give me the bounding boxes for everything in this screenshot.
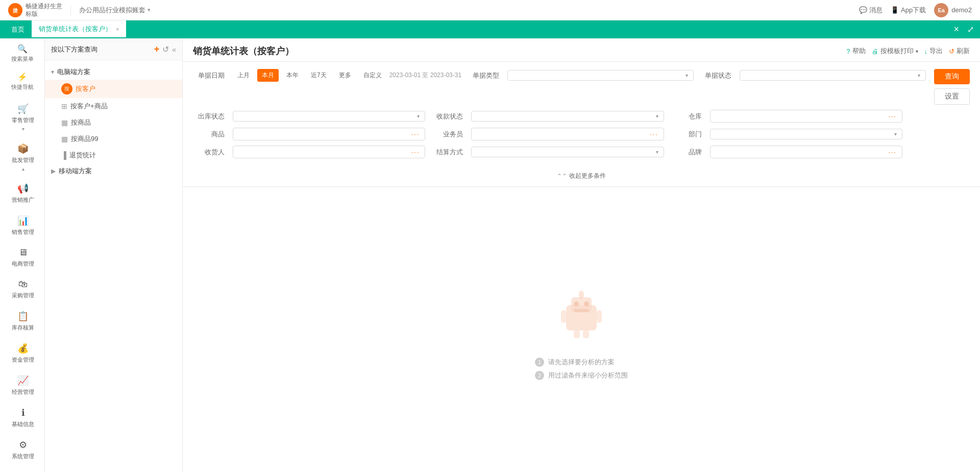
salesperson-dots[interactable]: ··· <box>650 130 658 138</box>
settlement-group: 结算方式 ▾ <box>431 147 664 157</box>
scheme-collapse-button[interactable]: « <box>172 45 176 54</box>
sidebar-item-business[interactable]: 📈 经营管理 <box>0 369 44 401</box>
svg-text:捷: 捷 <box>12 8 18 13</box>
settings-button[interactable]: 设置 <box>934 88 970 105</box>
this-year-btn[interactable]: 本年 <box>282 69 303 82</box>
empty-hint-2: 2 用过滤条件来缩小分析范围 <box>535 371 628 380</box>
sidebar-item-search-menu[interactable]: 🔍 搜索菜单 <box>0 39 44 67</box>
header-left: 捷 畅捷通好生意 标版 办公用品行业模拟账套 ▾ <box>8 3 151 17</box>
tab-close-icon[interactable]: × <box>116 26 119 32</box>
delivery-status-select[interactable]: ▾ <box>233 111 425 122</box>
export-button[interactable]: ↓ 导出 <box>924 46 943 56</box>
sidebar-item-inventory[interactable]: 📋 库存核算 <box>0 304 44 337</box>
svg-point-5 <box>584 301 589 306</box>
brand-dots[interactable]: ··· <box>888 148 897 156</box>
warehouse-select[interactable]: ··· <box>710 110 902 123</box>
scheme-item-by-product[interactable]: ▦ 按商品 <box>45 114 182 131</box>
receiver-group: 收货人 ··· <box>193 146 425 158</box>
empty-hint-1: 1 请先选择要分析的方案 <box>535 358 628 367</box>
doc-type-label: 单据类型 <box>468 71 503 80</box>
doc-status-dropdown-arrow: ▾ <box>918 73 920 78</box>
refresh-button[interactable]: ↺ 刷新 <box>949 46 970 56</box>
warehouse-label: 仓库 <box>670 112 706 121</box>
settlement-select[interactable]: ▾ <box>471 147 664 157</box>
report-title: 销货单统计表（按客户） <box>193 45 294 57</box>
sidebar-item-sales[interactable]: 📊 销售管理 <box>0 209 44 241</box>
finance-icon: 💰 <box>17 343 29 354</box>
scheme-item-return-stats[interactable]: ▐ 退货统计 <box>45 147 182 163</box>
doc-type-select[interactable]: ▾ <box>507 70 694 81</box>
sidebar-item-finance[interactable]: 💰 资金管理 <box>0 337 44 369</box>
this-month-btn[interactable]: 本月 <box>257 69 279 82</box>
print-button[interactable]: 🖨 按模板打印 ▾ <box>872 46 918 56</box>
content-area: 按以下方案查询 + ↺ « ▾ 电脑端方案 按 按客户 <box>45 39 980 472</box>
empty-illustration <box>551 279 612 351</box>
business-icon: 📈 <box>17 375 29 386</box>
report-header: 销货单统计表（按客户） ? 帮助 🖨 按模板打印 ▾ ↓ 导出 <box>183 39 980 62</box>
tab-close-window-icon[interactable]: × <box>951 22 961 37</box>
scheme-add-button[interactable]: + <box>154 44 160 55</box>
payment-status-select[interactable]: ▾ <box>471 111 664 122</box>
refresh-icon: ↺ <box>949 48 954 55</box>
warehouse-group: 仓库 ··· <box>670 110 902 123</box>
sidebar-item-wholesale[interactable]: 📦 批发管理 ▴ <box>0 137 44 177</box>
collapse-row: ⌃⌃ 收起更多条件 <box>183 166 980 187</box>
sidebar-item-quick-nav[interactable]: ⚡ 快捷导航 <box>0 67 44 95</box>
header-title[interactable]: 办公用品行业模拟账套 ▾ <box>79 6 151 15</box>
tab-sales-stats[interactable]: 销货单统计表（按客户） × <box>32 20 126 38</box>
salesperson-select[interactable]: ··· <box>471 128 664 140</box>
sidebar-item-basic-info[interactable]: ℹ 基础信息 <box>0 401 44 433</box>
scheme-group-desktop-header[interactable]: ▾ 电脑端方案 <box>45 64 182 80</box>
sidebar-item-ecommerce[interactable]: 🖥 电商管理 <box>0 241 44 273</box>
app-download-button[interactable]: 📱 App下载 <box>891 6 926 15</box>
sidebar-item-purchase[interactable]: 🛍 采购管理 <box>0 273 44 304</box>
empty-robot-icon <box>551 279 612 341</box>
payment-status-group: 收款状态 ▾ <box>431 111 664 122</box>
collapse-button[interactable]: ⌃⌃ 收起更多条件 <box>549 170 614 182</box>
messages-button[interactable]: 💬 消息 <box>859 6 883 15</box>
svg-rect-9 <box>574 331 580 338</box>
scheme-item-by-product-99[interactable]: ▦ 按商品99 <box>45 131 182 147</box>
sidebar-item-system[interactable]: ⚙ 系统管理 <box>0 433 44 465</box>
brand-select[interactable]: ··· <box>710 146 902 158</box>
custom-date-btn[interactable]: 自定义 <box>359 69 386 82</box>
scheme-group-desktop: ▾ 电脑端方案 按 按客户 ⊞ 按客户+商品 ▦ 按商品 <box>45 64 182 163</box>
scheme-panel-title: 按以下方案查询 <box>51 45 97 54</box>
warehouse-dots[interactable]: ··· <box>888 112 897 120</box>
scheme-group-mobile-header[interactable]: ▶ 移动端方案 <box>45 163 182 179</box>
date-range-display: 2023-03-01 至 2023-03-31 <box>389 71 461 80</box>
user-avatar[interactable]: Ea demo2 <box>934 3 972 17</box>
doc-status-label: 单据状态 <box>700 71 736 80</box>
last7days-btn[interactable]: 近7天 <box>306 69 331 82</box>
doc-status-select[interactable]: ▾ <box>740 70 926 81</box>
sidebar: 🔍 搜索菜单 ⚡ 快捷导航 🛒 零售管理 ▾ 📦 批发管理 ▴ 📢 营销推广 📊… <box>0 39 45 472</box>
receiver-label: 收货人 <box>193 148 229 157</box>
sidebar-item-retail[interactable]: 🛒 零售管理 ▾ <box>0 97 44 137</box>
more-date-btn[interactable]: 更多 <box>334 69 356 82</box>
svg-rect-10 <box>583 331 589 338</box>
sidebar-item-enterprise[interactable]: 🤝 企业协同 <box>0 465 44 472</box>
receiver-select[interactable]: ··· <box>233 146 425 158</box>
date-filter-group: 单据日期 上月 本月 本年 近7天 更多 自定义 2023-03-01 至 20… <box>193 69 461 82</box>
last-month-btn[interactable]: 上月 <box>233 69 254 82</box>
marketing-icon: 📢 <box>17 183 29 194</box>
tab-maximize-icon[interactable]: ⤢ <box>965 22 976 36</box>
hint-number-1: 1 <box>535 358 544 367</box>
filter-row-4: 收货人 ··· 结算方式 ▾ 品牌 <box>193 146 970 158</box>
department-select[interactable]: ▾ <box>710 129 902 139</box>
salesperson-label: 业务员 <box>431 130 467 139</box>
scheme-refresh-button[interactable]: ↺ <box>162 44 169 54</box>
scheme-item-by-customer[interactable]: 按 按客户 <box>45 80 182 98</box>
empty-hints: 1 请先选择要分析的方案 2 用过滤条件来缩小分析范围 <box>535 358 628 380</box>
product-dots[interactable]: ··· <box>411 130 420 138</box>
sidebar-item-marketing[interactable]: 📢 营销推广 <box>0 177 44 209</box>
filter-row-1: 单据日期 上月 本月 本年 近7天 更多 自定义 2023-03-01 至 20… <box>193 69 926 82</box>
query-button[interactable]: 查询 <box>934 69 970 84</box>
scheme-item-by-customer-product[interactable]: ⊞ 按客户+商品 <box>45 98 182 114</box>
product-select[interactable]: ··· <box>233 128 425 140</box>
receiver-dots[interactable]: ··· <box>411 148 420 156</box>
header-dropdown-icon[interactable]: ▾ <box>148 7 151 13</box>
help-button[interactable]: ? 帮助 <box>846 46 865 56</box>
filter-section: 单据日期 上月 本月 本年 近7天 更多 自定义 2023-03-01 至 20… <box>183 62 980 166</box>
tab-home[interactable]: 首页 <box>4 20 32 38</box>
